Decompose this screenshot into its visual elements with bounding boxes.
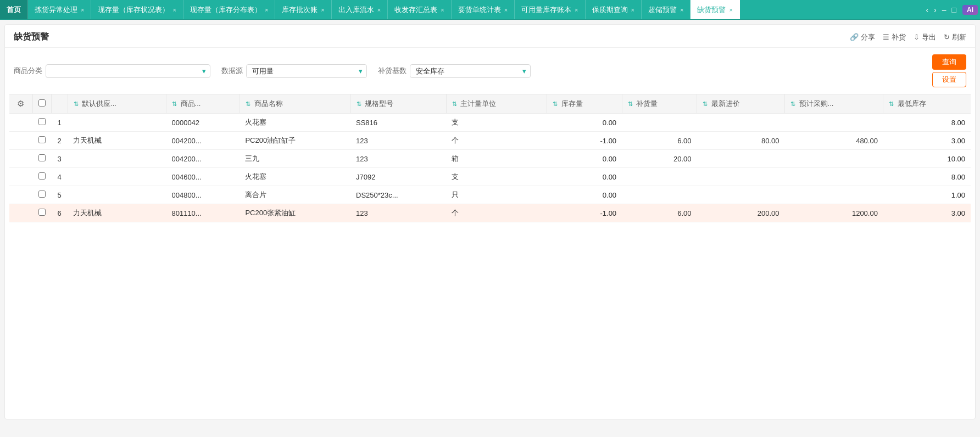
cell-latest-price-5: 200.00 xyxy=(697,204,785,222)
page-container: 缺货预警 🔗 分享 ☰ 补货 ⇩ 导出 ↻ 刷新 商品分类 xyxy=(4,24,976,419)
col-checkbox-header[interactable] xyxy=(32,94,51,114)
close-tab-abnormal[interactable]: × xyxy=(81,7,84,13)
cell-checkbox-4[interactable] xyxy=(32,186,51,204)
cell-min-stock-0: 8.00 xyxy=(883,114,971,132)
row-checkbox-2[interactable] xyxy=(38,154,46,161)
cell-product-name-5: PC200张紧油缸 xyxy=(240,204,350,222)
close-tab-expiry-query[interactable]: × xyxy=(631,7,634,13)
row-checkbox-1[interactable] xyxy=(38,136,46,143)
cell-rownum-2: 3 xyxy=(51,150,68,168)
close-tab-batch-account[interactable]: × xyxy=(321,7,324,13)
cell-checkbox-5[interactable] xyxy=(32,204,51,222)
tab-inventory-status[interactable]: 现存量（库存状况表） × xyxy=(91,0,183,20)
cell-settings-2 xyxy=(9,150,32,168)
tab-inout-flow[interactable]: 出入库流水 × xyxy=(332,0,388,20)
cell-min-stock-1: 3.00 xyxy=(883,132,971,150)
cell-supplier-1: 力天机械 xyxy=(68,132,166,150)
cell-spec-5: 123 xyxy=(350,204,446,222)
tab-shortage[interactable]: 缺货预警 × xyxy=(691,0,739,20)
cell-settings-5 xyxy=(9,204,32,222)
replenish-icon: ☰ xyxy=(883,33,889,41)
table-header-row: ⚙ ⇅ 默认供应... ⇅ 商品... ⇅ xyxy=(9,94,971,114)
col-est-purchase[interactable]: ⇅ 预计采购... xyxy=(784,94,883,114)
tab-scroll-right[interactable]: › xyxy=(931,4,939,15)
datasource-select[interactable]: 可用量 xyxy=(246,64,367,78)
cell-est-purchase-3 xyxy=(784,168,883,186)
close-tab-shortage[interactable]: × xyxy=(729,7,732,13)
col-replenish-qty[interactable]: ⇅ 补货量 xyxy=(622,94,697,114)
cell-est-purchase-2 xyxy=(784,150,883,168)
category-select-wrapper xyxy=(46,64,210,78)
sort-icon-product-name: ⇅ xyxy=(246,100,250,107)
row-checkbox-5[interactable] xyxy=(38,209,46,216)
row-checkbox-3[interactable] xyxy=(38,172,46,180)
refresh-icon: ↻ xyxy=(944,33,950,41)
row-checkbox-0[interactable] xyxy=(38,118,46,125)
col-unit[interactable]: ⇅ 主计量单位 xyxy=(446,94,547,114)
cell-checkbox-1[interactable] xyxy=(32,132,51,150)
close-tab-inout-flow[interactable]: × xyxy=(377,7,381,13)
replenish-base-select[interactable]: 安全库存 xyxy=(410,64,531,78)
cell-checkbox-2[interactable] xyxy=(32,150,51,168)
tab-overstock[interactable]: 超储预警 × xyxy=(642,0,691,20)
tab-maximize[interactable]: □ xyxy=(949,4,959,15)
share-action[interactable]: 🔗 分享 xyxy=(850,32,875,42)
cell-rownum-3: 4 xyxy=(51,168,68,186)
cell-checkbox-0[interactable] xyxy=(32,114,51,132)
select-all-checkbox[interactable] xyxy=(38,99,46,107)
close-tab-order-stats[interactable]: × xyxy=(504,7,508,13)
tab-available-ledger[interactable]: 可用量库存账本 × xyxy=(515,0,585,20)
cell-latest-price-4 xyxy=(697,186,785,204)
cell-unit-3: 支 xyxy=(446,168,547,186)
tab-order-stats[interactable]: 要货单统计表 × xyxy=(452,0,515,20)
cell-latest-price-3 xyxy=(697,168,785,186)
export-action[interactable]: ⇩ 导出 xyxy=(914,32,936,42)
query-button[interactable]: 查询 xyxy=(932,54,966,70)
refresh-action[interactable]: ↻ 刷新 xyxy=(944,32,966,42)
close-tab-available-ledger[interactable]: × xyxy=(575,7,578,13)
col-product-code[interactable]: ⇅ 商品... xyxy=(166,94,240,114)
col-spec[interactable]: ⇅ 规格型号 xyxy=(350,94,446,114)
cell-unit-4: 只 xyxy=(446,186,547,204)
category-select[interactable] xyxy=(46,64,210,78)
close-tab-overstock[interactable]: × xyxy=(680,7,683,13)
cell-product-code-3: 004600... xyxy=(166,168,240,186)
cell-spec-2: 123 xyxy=(350,150,446,168)
row-checkbox-4[interactable] xyxy=(38,191,46,198)
tab-minimize[interactable]: – xyxy=(939,4,949,15)
cell-spec-1: 123 xyxy=(350,132,446,150)
col-product-name[interactable]: ⇅ 商品名称 xyxy=(240,94,350,114)
replenish-action[interactable]: ☰ 补货 xyxy=(883,32,906,42)
tab-abnormal[interactable]: 拣货异常处理 × xyxy=(28,0,91,20)
table-row: 5 004800... 离合片 DS250*23c... 只 0.00 1.00 xyxy=(9,186,971,204)
cell-replenish-qty-0 xyxy=(622,114,697,132)
sort-icon-min-stock: ⇅ xyxy=(889,100,894,107)
cell-rownum-4: 5 xyxy=(51,186,68,204)
settings-button[interactable]: 设置 xyxy=(932,72,966,87)
cell-unit-0: 支 xyxy=(446,114,547,132)
col-settings[interactable]: ⚙ xyxy=(9,94,32,114)
close-tab-recv-summary[interactable]: × xyxy=(441,7,444,13)
cell-product-name-1: PC200油缸缸子 xyxy=(240,132,350,150)
tab-expiry-query[interactable]: 保质期查询 × xyxy=(586,0,642,20)
tab-scroll-left[interactable]: ‹ xyxy=(923,4,931,15)
close-tab-inventory-status[interactable]: × xyxy=(172,7,176,13)
table-wrapper: ⚙ ⇅ 默认供应... ⇅ 商品... ⇅ xyxy=(5,94,975,227)
table-row: 1 0000042 火花塞 SS816 支 0.00 8.00 xyxy=(9,114,971,132)
tab-home[interactable]: 首页 xyxy=(0,0,28,20)
col-latest-price[interactable]: ⇅ 最新进价 xyxy=(697,94,785,114)
filter-category: 商品分类 xyxy=(14,64,210,78)
tab-batch-account[interactable]: 库存批次账 × xyxy=(275,0,331,20)
cell-stock-qty-1: -1.00 xyxy=(547,132,622,150)
col-min-stock[interactable]: ⇅ 最低库存 xyxy=(883,94,971,114)
cell-unit-5: 个 xyxy=(446,204,547,222)
cell-checkbox-3[interactable] xyxy=(32,168,51,186)
col-stock-qty[interactable]: ⇅ 库存量 xyxy=(547,94,622,114)
tab-recv-summary[interactable]: 收发存汇总表 × xyxy=(388,0,451,20)
close-tab-inventory-dist[interactable]: × xyxy=(265,7,268,13)
col-supplier[interactable]: ⇅ 默认供应... xyxy=(68,94,166,114)
column-settings-icon[interactable]: ⚙ xyxy=(17,99,24,108)
cell-supplier-5: 力天机械 xyxy=(68,204,166,222)
ai-button[interactable]: Ai xyxy=(962,5,978,15)
tab-inventory-dist[interactable]: 现存量（库存分布表） × xyxy=(183,0,275,20)
